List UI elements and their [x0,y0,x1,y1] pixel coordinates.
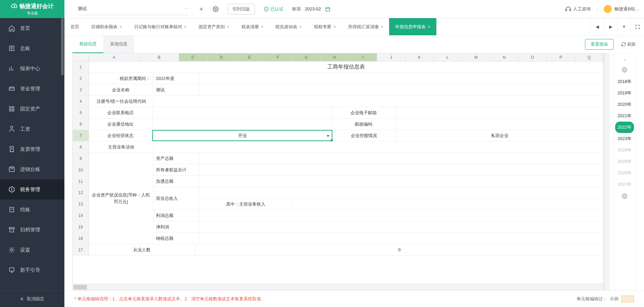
row-header-6[interactable]: 6 [73,119,89,130]
scrollbar-thumb[interactable] [73,285,87,290]
reg-no-value[interactable] [154,96,603,107]
col-header-I[interactable]: I [349,53,377,61]
row-header-14[interactable]: 14 [73,210,89,221]
fullscreen-icon[interactable] [631,18,644,35]
company-name-value[interactable]: 测试 [153,84,200,95]
tab-0[interactable]: 首页 [64,18,85,35]
sidebar-item-12[interactable]: 新手引导 [0,260,64,280]
tab-6[interactable]: 税检专家× [308,18,342,35]
row-header-11[interactable]: 11 [73,176,89,187]
col-header-F[interactable]: F [264,53,292,61]
row-1[interactable]: 1 工商年报信息表 [73,61,603,73]
main-business-value[interactable] [154,141,603,152]
row-2[interactable]: 2 税款所属期间： 2022年度 [73,73,603,84]
email-value[interactable] [395,107,603,118]
row-header-3[interactable]: 3 [73,84,89,95]
status-dropdown[interactable]: 开业 ▼ [152,130,332,141]
year-2024年[interactable]: 2024年 [615,144,634,156]
tab-3[interactable]: 固定资产类别× [193,18,235,35]
subtab-basic[interactable]: 基础信息 [72,36,103,53]
revenue-value[interactable] [200,187,603,198]
col-header-E[interactable]: E [235,53,264,61]
row-header-8[interactable]: 8 [73,141,89,152]
row-header-4[interactable]: 4 [73,96,89,107]
total-assets-value[interactable] [200,153,603,164]
col-header-G[interactable]: G [292,53,320,61]
equity-value[interactable] [200,164,603,175]
col-header-H[interactable]: H [321,53,349,61]
year-2022年[interactable]: 2022年 [615,122,634,133]
row-4[interactable]: 4 注册号/统一社会信用代码 [73,96,603,107]
accounting-period[interactable]: 账期 2023-02 [292,6,330,12]
year-2018年[interactable]: 2018年 [615,76,634,87]
year-next-icon[interactable] [621,191,628,201]
col-header-K[interactable]: K [406,53,434,61]
sidebar-scrollbar[interactable] [61,18,64,75]
employees-value[interactable]: 0 [195,244,603,255]
tab-2[interactable]: 日记账与银行对账单核对× [128,18,193,35]
reset-report-button[interactable]: 重置报表 [585,39,614,50]
year-collapse-icon[interactable]: « [623,56,626,64]
tax-paid-value[interactable] [200,233,603,244]
sidebar-item-7[interactable]: 进销台账 [0,159,64,179]
address-value[interactable] [153,119,332,130]
col-header-M[interactable]: M [462,53,490,61]
old-version-button[interactable]: 切到旧版 [227,4,255,14]
tab-close-icon[interactable]: × [261,24,264,29]
support-link[interactable]: 人工咨询 [565,6,591,12]
tab-close-icon[interactable]: × [184,24,187,29]
col-header-C[interactable]: C [179,53,207,61]
postcode-value[interactable] [395,119,603,130]
tab-nav-next[interactable]: ▶ [604,18,617,35]
col-header-Q[interactable]: Q [575,53,603,61]
sidebar-item-10[interactable]: 归档管理 [0,220,64,240]
col-header-P[interactable]: P [547,53,575,61]
row-header-7[interactable]: 7 [73,130,89,141]
profit-value[interactable] [200,210,603,221]
year-2023年[interactable]: 2023年 [615,133,634,144]
row-header-12[interactable]: 12 [73,187,89,199]
sidebar-item-11[interactable]: 设置 [0,240,64,260]
phone-value[interactable] [153,107,332,118]
user-menu[interactable]: 畅捷通B组... [604,5,639,13]
tab-close-icon[interactable]: × [381,24,383,29]
year-2027年[interactable]: 2027年 [615,179,634,190]
year-2019年[interactable]: 2019年 [615,87,634,99]
col-header-D[interactable]: D [207,53,235,61]
tab-1[interactable]: 目辅助余额表× [85,18,128,35]
sidebar-item-3[interactable]: 资金管理 [0,79,64,99]
row-header-2[interactable]: 2 [73,73,89,84]
col-header-N[interactable]: N [490,53,519,61]
sidebar-item-1[interactable]: 总账 [0,38,64,58]
tab-close-icon[interactable]: × [333,24,336,29]
tab-4[interactable]: 税表清册× [235,18,270,35]
col-header-L[interactable]: L [434,53,462,61]
row-17[interactable]: 17 从业人数 0 [73,244,603,256]
subtab-other[interactable]: 其他信息 [103,36,134,53]
brand-logo[interactable]: 畅捷通好会计 专业版 [0,0,64,18]
row-header-10[interactable]: 10 [73,164,89,176]
row-header-5[interactable]: 5 [73,107,89,118]
company-select[interactable]: 测试 ﹀ [78,3,189,15]
sidebar-item-5[interactable]: 工资 [0,119,64,139]
tab-5[interactable]: 税负波动表× [269,18,308,35]
main-revenue-value[interactable] [292,199,603,210]
tab-8[interactable]: 年报信息申报表× [389,18,436,35]
select-all-corner[interactable] [73,53,89,61]
gear-icon[interactable] [213,6,219,12]
sidebar-item-9[interactable]: 结账 [0,200,64,220]
col-header-A[interactable]: A [89,53,140,61]
row-7[interactable]: 7 企业经营状态 开业 ▼ 企业控股情况 私营企业 [73,130,603,141]
refresh-button[interactable]: 刷新 [621,41,636,47]
row-header-1[interactable]: 1 [73,61,89,73]
tab-close-icon[interactable]: × [119,24,122,29]
sidebar-item-4[interactable]: 固定资产 [0,99,64,119]
holding-value[interactable]: 私营企业 [396,130,603,141]
col-header-B[interactable]: B [140,53,179,61]
row-header-17[interactable]: 17 [73,244,89,255]
year-2021年[interactable]: 2021年 [615,110,634,122]
vertical-scrollbar[interactable] [604,53,610,290]
unpin-button[interactable]: 取消固定 [0,290,64,307]
row-5[interactable]: 5 企业联系电话 企业电子邮箱 [73,107,603,119]
tab-nav-prev[interactable]: ◀ [590,18,604,35]
